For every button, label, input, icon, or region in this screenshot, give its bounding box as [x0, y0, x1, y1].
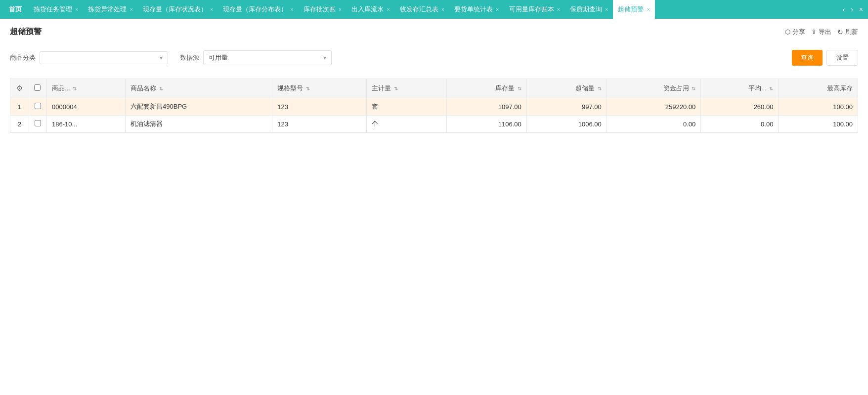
th-unit: 主计量 ⇅ [366, 79, 446, 98]
close-icon[interactable]: × [130, 6, 132, 12]
th-capital: 资金占用 ⇅ [607, 79, 701, 98]
tab-要货单统计表[interactable]: 要货单统计表 × [449, 0, 504, 19]
th-checkbox [29, 79, 47, 98]
th-settings: ⚙ [10, 79, 29, 98]
tab-超储预警[interactable]: 超储预警 × [613, 0, 654, 19]
row-code: 186-10... [47, 116, 126, 133]
page-title: 超储预警 [10, 27, 42, 37]
sort-icon[interactable]: ⇅ [73, 86, 77, 91]
top-navigation: 首页 拣货任务管理 × 拣货异常处理 × 现存量（库存状况表） × 现存量（库存… [0, 0, 868, 19]
page-header: 超储预警 ⬡ 分享 ⇧ 导出 ↻ 刷新 [10, 27, 858, 37]
category-filter: 商品分类 ▾ [10, 51, 168, 64]
tab-收发存汇总表[interactable]: 收发存汇总表 × [395, 0, 449, 19]
row-code: 0000004 [47, 98, 126, 116]
nav-arrows: ‹ › × [839, 0, 866, 19]
select-all-checkbox[interactable] [34, 84, 41, 91]
th-avg: 平均... ⇅ [701, 79, 779, 98]
close-icon[interactable]: × [290, 6, 293, 12]
row-max: 100.00 [779, 98, 858, 116]
datasource-select[interactable]: 可用量 ▾ [203, 50, 332, 65]
column-settings-button[interactable]: ⚙ [15, 83, 24, 94]
nav-next-button[interactable]: › [848, 0, 856, 19]
row-capital: 0.00 [607, 116, 701, 133]
row-max: 100.00 [779, 116, 858, 133]
tab-可用量库存账本[interactable]: 可用量库存账本 × [504, 0, 565, 19]
tab-保质期查询[interactable]: 保质期查询 × [565, 0, 613, 19]
close-icon[interactable]: × [339, 6, 342, 12]
th-code: 商品... ⇅ [47, 79, 126, 98]
page-content: 超储预警 ⬡ 分享 ⇧ 导出 ↻ 刷新 商品分类 ▾ 数据源 [0, 19, 868, 395]
th-max: 最高库存 [779, 79, 858, 98]
close-icon[interactable]: × [75, 6, 78, 12]
th-overstock: 超储量 ⇅ [526, 79, 607, 98]
close-icon[interactable]: × [210, 6, 213, 12]
row-unit: 套 [366, 98, 446, 116]
datasource-label: 数据源 [180, 53, 199, 62]
chevron-down-icon: ▾ [323, 54, 326, 61]
refresh-button[interactable]: ↻ 刷新 [837, 28, 858, 37]
row-name: 六配套新昌490BPG [126, 98, 272, 116]
row-overstock: 1006.00 [526, 116, 607, 133]
refresh-icon: ↻ [837, 28, 843, 36]
settings-button[interactable]: 设置 [826, 50, 858, 66]
page-actions: ⬡ 分享 ⇧ 导出 ↻ 刷新 [785, 28, 858, 37]
tab-拣货异常处理[interactable]: 拣货异常处理 × [83, 0, 137, 19]
row-spec: 123 [272, 116, 367, 133]
row-checkbox-cell [29, 98, 47, 116]
table-row: 1 0000004 六配套新昌490BPG 123 套 1097.00 997.… [10, 98, 858, 116]
th-spec: 规格型号 ⇅ [272, 79, 367, 98]
close-icon[interactable]: × [605, 6, 608, 12]
close-icon[interactable]: × [441, 6, 444, 12]
th-stock: 库存量 ⇅ [446, 79, 526, 98]
row-avg: 0.00 [701, 116, 779, 133]
table-header: ⚙ 商品... ⇅ 商品名称 ⇅ 规格型号 ⇅ 主计量 [10, 79, 858, 98]
sort-icon[interactable]: ⇅ [394, 86, 398, 91]
sort-icon[interactable]: ⇅ [306, 86, 310, 91]
datasource-select-value: 可用量 [209, 53, 228, 62]
tab-拣货任务管理[interactable]: 拣货任务管理 × [29, 0, 83, 19]
row-checkbox-cell [29, 116, 47, 133]
export-button[interactable]: ⇧ 导出 [811, 28, 831, 37]
filter-bar: 商品分类 ▾ 数据源 可用量 ▾ 查询 设置 [10, 45, 858, 71]
category-select[interactable]: ▾ [40, 51, 168, 64]
tab-出入库流水[interactable]: 出入库流水 × [347, 0, 394, 19]
row-unit: 个 [366, 116, 446, 133]
sort-icon[interactable]: ⇅ [769, 86, 773, 91]
row-stock: 1106.00 [446, 116, 526, 133]
row-capital: 259220.00 [607, 98, 701, 116]
nav-close-all-button[interactable]: × [856, 0, 866, 19]
nav-prev-button[interactable]: ‹ [839, 0, 848, 19]
row-index: 2 [10, 116, 29, 133]
tab-现存量库存分布表[interactable]: 现存量（库存分布表） × [218, 0, 298, 19]
row-spec: 123 [272, 98, 367, 116]
share-icon: ⬡ [785, 28, 790, 36]
nav-home[interactable]: 首页 [2, 0, 29, 19]
share-button[interactable]: ⬡ 分享 [785, 28, 805, 37]
filter-buttons: 查询 设置 [792, 50, 858, 66]
close-icon[interactable]: × [557, 6, 560, 12]
tab-库存批次账[interactable]: 库存批次账 × [299, 0, 347, 19]
row-checkbox[interactable] [35, 103, 41, 109]
sort-icon[interactable]: ⇅ [159, 86, 163, 91]
data-table: ⚙ 商品... ⇅ 商品名称 ⇅ 规格型号 ⇅ 主计量 [10, 79, 858, 133]
chevron-down-icon: ▾ [160, 54, 163, 61]
table-body: 1 0000004 六配套新昌490BPG 123 套 1097.00 997.… [10, 98, 858, 133]
th-name: 商品名称 ⇅ [126, 79, 272, 98]
query-button[interactable]: 查询 [792, 50, 823, 66]
table-row: 2 186-10... 机油滤清器 123 个 1106.00 1006.00 … [10, 116, 858, 133]
export-icon: ⇧ [811, 28, 817, 36]
sort-icon[interactable]: ⇅ [692, 86, 695, 91]
row-overstock: 997.00 [526, 98, 607, 116]
row-avg: 260.00 [701, 98, 779, 116]
close-icon[interactable]: × [387, 6, 390, 12]
sort-icon[interactable]: ⇅ [518, 86, 521, 91]
row-checkbox[interactable] [35, 120, 41, 126]
row-index: 1 [10, 98, 29, 116]
sort-icon[interactable]: ⇅ [598, 86, 602, 91]
close-icon[interactable]: × [496, 6, 499, 12]
row-name: 机油滤清器 [126, 116, 272, 133]
close-icon[interactable]: × [647, 6, 650, 12]
tab-现存量库存状况表[interactable]: 现存量（库存状况表） × [138, 0, 218, 19]
row-stock: 1097.00 [446, 98, 526, 116]
datasource-filter: 数据源 可用量 ▾ [180, 50, 332, 65]
